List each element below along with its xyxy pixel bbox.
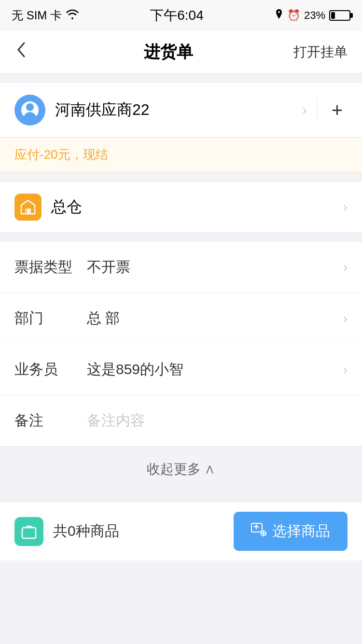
salesperson-chevron-icon: › xyxy=(343,362,348,378)
salesperson-value: 这是859的小智 xyxy=(87,360,343,379)
location-icon xyxy=(275,9,283,22)
section-gap-1 xyxy=(0,73,362,83)
alarm-icon: ⏰ xyxy=(287,9,300,22)
vertical-divider xyxy=(317,98,317,122)
supplier-name: 河南供应商22 xyxy=(55,99,302,121)
invoice-type-row[interactable]: 票据类型 不开票 › xyxy=(0,242,362,293)
open-pending-button[interactable]: 打开挂单 xyxy=(293,43,348,61)
status-right: ⏰ 23% xyxy=(275,9,350,22)
salesperson-label: 业务员 xyxy=(14,360,77,379)
battery-fill xyxy=(331,12,335,19)
supplier-row[interactable]: 河南供应商22 › + xyxy=(0,83,362,137)
supplier-notice: 应付-20元，现结 xyxy=(0,137,362,172)
bottom-bar: 共0种商品 选择商品 xyxy=(0,502,362,560)
wifi-icon xyxy=(66,9,79,22)
battery-icon xyxy=(329,10,350,21)
warehouse-row[interactable]: 总仓 › xyxy=(0,182,362,232)
avatar-inner xyxy=(21,101,39,119)
section-gap-3 xyxy=(0,232,362,242)
salesperson-row[interactable]: 业务员 这是859的小智 › xyxy=(0,344,362,395)
carrier-label: 无 SIM 卡 xyxy=(12,8,62,23)
department-value: 总 部 xyxy=(87,308,343,328)
nav-bar: 进货单 打开挂单 xyxy=(0,31,362,73)
remarks-input[interactable]: 备注内容 xyxy=(87,411,348,431)
remarks-label: 备注 xyxy=(14,411,77,431)
status-left: 无 SIM 卡 xyxy=(12,8,79,23)
form-section: 票据类型 不开票 › 部门 总 部 › 业务员 这是859的小智 › 备注 备注… xyxy=(0,242,362,446)
warehouse-section: 总仓 › xyxy=(0,182,362,232)
svg-rect-2 xyxy=(22,528,36,538)
supplier-section: 河南供应商22 › + 应付-20元，现结 xyxy=(0,83,362,172)
supplier-avatar xyxy=(14,95,45,126)
warehouse-chevron-icon: › xyxy=(343,199,348,215)
warehouse-name: 总仓 xyxy=(51,196,343,218)
department-row[interactable]: 部门 总 部 › xyxy=(0,293,362,344)
select-product-label: 选择商品 xyxy=(272,521,330,541)
warehouse-icon xyxy=(14,194,42,221)
invoice-type-value: 不开票 xyxy=(87,257,343,277)
select-product-button[interactable]: 选择商品 xyxy=(234,512,348,551)
select-product-icon xyxy=(251,523,266,540)
status-bar: 无 SIM 卡 下午6:04 ⏰ 23% xyxy=(0,0,362,31)
back-button[interactable] xyxy=(14,39,43,65)
section-gap-2 xyxy=(0,172,362,182)
remarks-row[interactable]: 备注 备注内容 xyxy=(0,395,362,446)
invoice-chevron-icon: › xyxy=(343,260,348,275)
department-chevron-icon: › xyxy=(343,311,348,326)
department-label: 部门 xyxy=(14,308,77,328)
product-icon xyxy=(14,517,43,546)
page-title: 进货单 xyxy=(144,41,193,63)
product-count-label: 共0种商品 xyxy=(53,521,234,541)
svg-point-0 xyxy=(278,11,280,13)
collapse-bar[interactable]: 收起更多 ∧ xyxy=(0,446,362,492)
add-supplier-button[interactable]: + xyxy=(327,99,348,121)
supplier-chevron-icon: › xyxy=(302,102,306,118)
invoice-type-label: 票据类型 xyxy=(14,257,77,277)
section-gap-4 xyxy=(0,492,362,502)
status-time: 下午6:04 xyxy=(150,6,204,25)
battery-text: 23% xyxy=(304,9,325,22)
